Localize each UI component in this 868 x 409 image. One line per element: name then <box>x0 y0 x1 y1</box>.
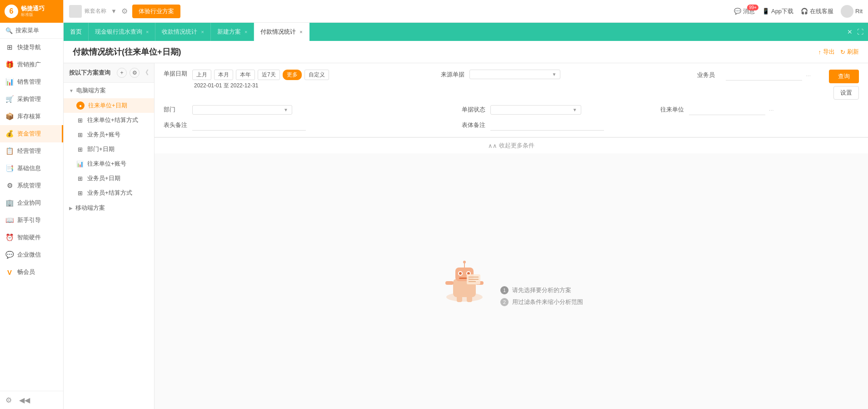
query-btn[interactable]: 查询 <box>829 70 859 83</box>
collapse-btn[interactable]: ∧∧ 收起更多条件 <box>488 141 534 150</box>
dropdown-arrow-icon[interactable]: ▼ <box>111 8 117 15</box>
dept-label: 部门 <box>164 106 189 114</box>
sidebar-item-purchase[interactable]: 🛒 采购管理 <box>0 91 63 108</box>
date-btn-7days[interactable]: 近7天 <box>258 70 280 80</box>
sidebar-item-label: 企业微信 <box>17 251 41 259</box>
tab-receipt-stats-close-icon[interactable]: × <box>201 29 204 35</box>
tab-receipt-stats[interactable]: 收款情况统计 × <box>155 23 210 41</box>
messages-action[interactable]: 💬 消息 99+ <box>734 7 755 15</box>
footer-collapse-icon[interactable]: ◀◀ <box>19 396 30 404</box>
sidebar-item-basic[interactable]: 📑 基础信息 <box>0 160 63 177</box>
scheme-item-partner-account[interactable]: 📊 往来单位+账号 <box>64 157 154 171</box>
tab-bank-flow-label: 现金银行流水查询 <box>95 28 142 36</box>
sidebar-search[interactable]: 🔍 搜索菜单 <box>0 23 63 39</box>
staff-dots-icon[interactable]: ··· <box>806 72 811 79</box>
partner-dots-icon[interactable]: ··· <box>769 106 774 113</box>
date-controls: 上月 本月 本年 近7天 更多 自定义 2022-01-01 至 2022-12… <box>192 70 329 90</box>
guide-icon: 📖 <box>5 216 14 224</box>
settings-btn[interactable]: 设置 <box>833 86 859 100</box>
tabbar: 首页 现金银行流水查询 × 收款情况统计 × 新建方案 × 付款情况统计 × ✕… <box>64 23 868 41</box>
scheme-item-partner-date[interactable]: ● 往来单位+日期 <box>64 98 154 113</box>
header-remark-input[interactable] <box>192 120 306 131</box>
scheme-item-label: 往来单位+结算方式 <box>87 116 138 124</box>
footer-settings-icon[interactable]: ⚙ <box>5 396 12 404</box>
inventory-icon: 📦 <box>5 112 14 121</box>
sidebar-item-hardware[interactable]: ⏰ 智能硬件 <box>0 229 63 246</box>
scheme-item-partner-settle[interactable]: ⊞ 往来单位+结算方式 <box>64 113 154 127</box>
filter-partner-section: 往来单位 ··· <box>660 104 859 115</box>
topbar-settings-icon[interactable]: ⚙ <box>121 7 128 15</box>
date-btn-last-month[interactable]: 上月 <box>192 70 211 80</box>
doc-status-label: 单据状态 <box>462 106 487 114</box>
filter-row-2: 部门 ▼ 单据状态 ▼ <box>164 104 859 115</box>
tabbar-controls: ✕ ⛶ <box>843 23 868 41</box>
date-btn-this-month[interactable]: 本月 <box>214 70 233 80</box>
scheme-section-desktop-label: 电脑端方案 <box>76 86 106 95</box>
sidebar-item-system[interactable]: ⚙ 系统管理 <box>0 177 63 194</box>
filter-row-1: 单据日期 上月 本月 本年 近7天 更多 自定义 20 <box>164 70 859 100</box>
tab-bank-flow-close-icon[interactable]: × <box>146 29 149 35</box>
user-name: Rit <box>855 8 863 15</box>
svg-rect-10 <box>445 281 454 285</box>
sidebar-item-marketing[interactable]: 🎁 营销推广 <box>0 56 63 73</box>
sidebar-item-quick-nav[interactable]: ⊞ 快捷导航 <box>0 39 63 56</box>
scheme-settings-icon[interactable]: ⚙ <box>130 68 140 78</box>
scheme-add-icon[interactable]: + <box>117 68 127 78</box>
online-service-action[interactable]: 🎧 在线客服 <box>801 7 833 15</box>
tab-new-plan[interactable]: 新建方案 × <box>211 23 254 41</box>
sidebar-item-label: 营销推广 <box>17 61 41 69</box>
date-btn-more[interactable]: 更多 <box>283 70 302 80</box>
scheme-item-staff-account[interactable]: ⊞ 业务员+账号 <box>64 127 154 142</box>
sidebar-logo: 6 畅捷通巧 标准版 <box>0 0 63 23</box>
close-all-tabs-icon[interactable]: ✕ <box>847 28 853 35</box>
scheme-item-staff-date[interactable]: ⊞ 业务员+日期 <box>64 171 154 186</box>
sidebar-item-guide[interactable]: 📖 新手引导 <box>0 212 63 229</box>
scheme-item-label: 业务员+结算方式 <box>87 189 132 197</box>
date-btn-this-year[interactable]: 本年 <box>236 70 255 80</box>
sales-icon: 📊 <box>5 78 14 86</box>
date-btn-custom[interactable]: 自定义 <box>304 70 329 80</box>
sidebar-item-wechat[interactable]: 💬 企业微信 <box>0 246 63 263</box>
app-icon: 📱 <box>762 8 769 15</box>
export-btn[interactable]: ↑ 导出 <box>818 48 835 56</box>
result-hint-1: 1 请先选择要分析的方案 <box>500 286 583 294</box>
doc-status-arrow-icon: ▼ <box>573 107 577 112</box>
partner-input[interactable] <box>689 104 765 115</box>
svg-rect-13 <box>467 296 472 302</box>
fullscreen-icon[interactable]: ⛶ <box>857 28 863 35</box>
main-area: 账套名称 ▼ ⚙ 体验行业方案 💬 消息 99+ 📱 App下载 🎧 在线客服 … <box>64 0 868 409</box>
sidebar-item-member[interactable]: V 畅会员 <box>0 263 63 281</box>
search-label: 搜索菜单 <box>15 26 39 35</box>
sidebar-item-label: 畅会员 <box>17 268 35 276</box>
app-download-action[interactable]: 📱 App下载 <box>762 7 793 15</box>
scheme-item-staff-settle[interactable]: ⊞ 业务员+结算方式 <box>64 186 154 200</box>
purchase-icon: 🛒 <box>5 95 14 103</box>
tab-payment-stats-close-icon[interactable]: × <box>299 29 302 35</box>
dept-select[interactable]: ▼ <box>192 105 292 115</box>
source-select[interactable]: ▼ <box>469 70 560 79</box>
tab-bank-flow[interactable]: 现金银行流水查询 × <box>89 23 155 41</box>
table-icon: ⊞ <box>76 175 84 182</box>
scheme-item-dept-date[interactable]: ⊞ 部门+日期 <box>64 142 154 157</box>
message-icon: 💬 <box>734 8 741 15</box>
scheme-panel-collapse-icon[interactable]: 《 <box>142 69 149 77</box>
trial-btn[interactable]: 体验行业方案 <box>132 5 180 18</box>
filter-date-section: 单据日期 上月 本月 本年 近7天 更多 自定义 20 <box>164 70 441 90</box>
tab-home[interactable]: 首页 <box>64 23 89 41</box>
tab-payment-stats[interactable]: 付款情况统计 × <box>254 23 309 41</box>
staff-input[interactable] <box>726 70 802 81</box>
refresh-btn[interactable]: ↻ 刷新 <box>840 48 859 56</box>
scheme-section-mobile-header[interactable]: ▶ 移动端方案 <box>64 200 154 216</box>
doc-status-select[interactable]: ▼ <box>490 105 581 115</box>
scheme-section-desktop-header[interactable]: ▼ 电脑端方案 <box>64 83 154 98</box>
sidebar-item-inventory[interactable]: 📦 库存核算 <box>0 108 63 125</box>
sidebar-item-finance[interactable]: 💰 资金管理 <box>0 125 63 142</box>
sidebar-item-label: 基础信息 <box>17 164 41 172</box>
body-remark-input[interactable] <box>490 120 604 131</box>
sidebar-item-enterprise[interactable]: 🏢 企业协同 <box>0 194 63 212</box>
tab-new-plan-close-icon[interactable]: × <box>244 29 247 35</box>
sidebar-item-operation[interactable]: 📋 经营管理 <box>0 142 63 160</box>
account-avatar <box>69 5 82 18</box>
sidebar-item-sales[interactable]: 📊 销售管理 <box>0 73 63 91</box>
user-avatar-area[interactable]: Rit <box>841 5 863 18</box>
